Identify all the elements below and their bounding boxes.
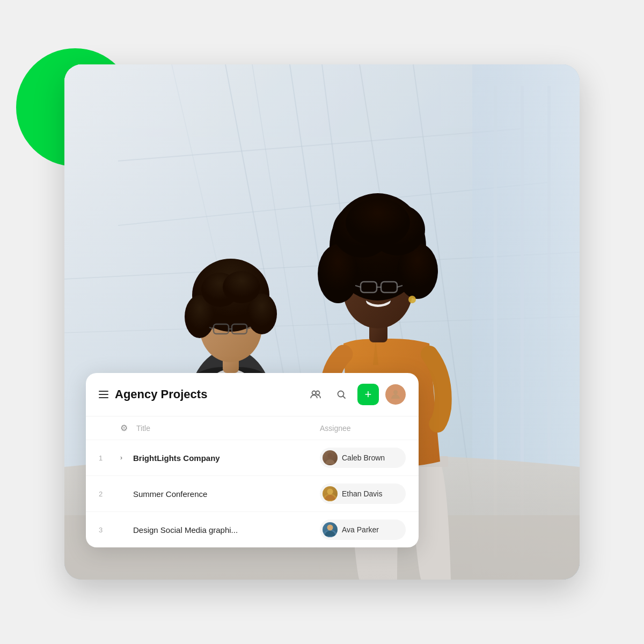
hamburger-line-2 <box>99 394 108 395</box>
svg-point-59 <box>327 525 333 531</box>
projects-table: ⚙ Title Assignee 1 › BrightLights Compan… <box>86 416 419 547</box>
col-settings-header: ⚙ <box>120 423 136 433</box>
svg-point-53 <box>393 390 398 394</box>
col-title-header: Title <box>136 424 320 433</box>
row-number-2: 2 <box>99 490 120 498</box>
outer-container: Agency Projects <box>32 32 612 612</box>
svg-point-55 <box>327 453 333 458</box>
user-avatar-icon <box>389 388 402 401</box>
search-icon <box>336 390 346 399</box>
user-avatar-button[interactable] <box>385 384 406 405</box>
search-button[interactable] <box>332 385 351 404</box>
assignee-name-3: Ava Parker <box>342 525 379 534</box>
people-icon <box>310 390 321 399</box>
svg-line-52 <box>343 396 345 398</box>
assignee-name-2: Ethan Davis <box>342 489 382 498</box>
table-row[interactable]: 3 › Design Social Media graphi... Ava Pa… <box>86 512 419 547</box>
hamburger-line-1 <box>99 391 108 392</box>
svg-point-48 <box>408 296 416 303</box>
assignee-avatar-2 <box>323 486 338 501</box>
settings-icon[interactable]: ⚙ <box>120 423 128 433</box>
avatar-face-2 <box>323 486 338 501</box>
avatar-face-3 <box>323 522 338 537</box>
avatar-face-1 <box>323 450 338 465</box>
add-button[interactable]: + <box>357 384 379 405</box>
svg-point-50 <box>316 391 320 395</box>
assignee-chip-2[interactable]: Ethan Davis <box>320 484 406 504</box>
row-title-2: Summer Conference <box>133 489 320 499</box>
table-row[interactable]: 1 › BrightLights Company Caleb Brown <box>86 440 419 476</box>
people-icon-button[interactable] <box>306 385 325 404</box>
svg-point-57 <box>327 489 333 495</box>
table-row[interactable]: 2 › Summer Conference Ethan Davis <box>86 476 419 512</box>
col-assignee-header: Assignee <box>320 424 406 433</box>
header-actions: + <box>306 384 406 405</box>
row-number-3: 3 <box>99 526 120 534</box>
assignee-avatar-3 <box>323 522 338 537</box>
assignee-avatar-1 <box>323 450 338 465</box>
row-title-3: Design Social Media graphi... <box>133 525 320 535</box>
panel-header: Agency Projects <box>86 373 419 416</box>
assignee-chip-3[interactable]: Ava Parker <box>320 519 406 540</box>
svg-point-24 <box>223 271 260 303</box>
svg-point-42 <box>346 199 410 247</box>
table-header-row: ⚙ Title Assignee <box>86 416 419 440</box>
row-number-1: 1 <box>99 454 120 462</box>
row-title-1: BrightLights Company <box>133 453 320 463</box>
hamburger-menu-button[interactable] <box>99 391 108 398</box>
assignee-chip-1[interactable]: Caleb Brown <box>320 448 406 468</box>
agency-projects-panel: Agency Projects <box>86 373 419 547</box>
panel-title: Agency Projects <box>115 387 299 401</box>
hamburger-line-3 <box>99 397 108 398</box>
expand-icon-1[interactable]: › <box>120 454 131 462</box>
main-card: Agency Projects <box>64 64 580 580</box>
assignee-name-1: Caleb Brown <box>342 453 385 462</box>
svg-point-49 <box>312 391 316 395</box>
